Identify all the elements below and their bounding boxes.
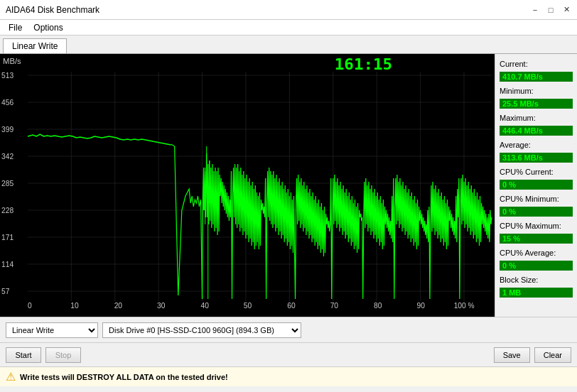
warning-bar: ⚠ Write tests will DESTROY ALL DATA on t… xyxy=(0,366,577,386)
svg-text:20: 20 xyxy=(114,302,123,310)
menu-options[interactable]: Options xyxy=(28,21,68,34)
svg-text:100 %: 100 % xyxy=(454,302,475,310)
svg-text:30: 30 xyxy=(157,302,166,310)
title-bar: AIDA64 Disk Benchmark − □ ✕ xyxy=(0,0,577,20)
start-button[interactable]: Start xyxy=(6,347,41,363)
minimum-value: 25.5 MB/s xyxy=(500,99,573,109)
window-title: AIDA64 Disk Benchmark xyxy=(6,5,99,15)
minimum-label: Minimum: xyxy=(500,87,573,95)
window-controls: − □ ✕ xyxy=(530,5,571,15)
cpu-maximum-value: 15 % xyxy=(500,234,573,244)
block-size-label: Block Size: xyxy=(500,276,573,284)
svg-text:342: 342 xyxy=(1,153,14,160)
svg-text:MB/s: MB/s xyxy=(3,57,21,65)
tab-linear-write[interactable]: Linear Write xyxy=(3,38,67,53)
svg-text:10: 10 xyxy=(70,302,79,310)
maximum-value: 446.4 MB/s xyxy=(500,126,573,136)
clear-button[interactable]: Clear xyxy=(534,347,571,363)
cpu-minimum-value: 0 % xyxy=(500,207,573,217)
menu-file[interactable]: File xyxy=(3,21,28,34)
benchmark-chart: MB/s 513 456 399 342 285 228 171 114 57 … xyxy=(0,54,495,317)
svg-text:57: 57 xyxy=(1,288,10,295)
tab-bar: Linear Write xyxy=(0,36,577,54)
minimize-button[interactable]: − xyxy=(530,5,540,15)
close-button[interactable]: ✕ xyxy=(561,5,571,15)
current-value: 410.7 MB/s xyxy=(500,72,573,82)
svg-text:60: 60 xyxy=(287,302,296,310)
cpu-minimum-label: CPU% Minimum: xyxy=(500,195,573,203)
svg-text:456: 456 xyxy=(1,99,14,107)
warning-text: Write tests will DESTROY ALL DATA on the… xyxy=(20,373,228,381)
stop-button[interactable]: Stop xyxy=(45,347,81,363)
stats-panel: Current: 410.7 MB/s Minimum: 25.5 MB/s M… xyxy=(495,54,577,317)
svg-text:161:15: 161:15 xyxy=(335,55,392,73)
maximize-button[interactable]: □ xyxy=(546,5,556,15)
svg-text:90: 90 xyxy=(416,302,425,310)
svg-text:50: 50 xyxy=(244,302,252,310)
warning-icon: ⚠ xyxy=(6,370,16,383)
svg-text:40: 40 xyxy=(200,302,209,310)
block-size-value: 1 MB xyxy=(500,288,573,298)
cpu-current-label: CPU% Current: xyxy=(500,168,573,176)
svg-text:114: 114 xyxy=(1,261,14,268)
svg-text:70: 70 xyxy=(330,302,339,310)
action-row: Start Stop Save Clear xyxy=(0,342,577,366)
bottom-controls: Linear Write Disk Drive #0 [HS-SSD-C100 … xyxy=(0,317,577,342)
cpu-average-value: 0 % xyxy=(500,261,573,271)
svg-text:80: 80 xyxy=(374,302,382,310)
svg-text:399: 399 xyxy=(1,126,14,134)
svg-text:228: 228 xyxy=(1,207,14,214)
svg-text:171: 171 xyxy=(1,234,14,241)
average-value: 313.6 MB/s xyxy=(500,153,573,163)
maximum-label: Maximum: xyxy=(500,114,573,122)
svg-text:0: 0 xyxy=(28,302,32,310)
current-label: Current: xyxy=(500,60,573,68)
cpu-average-label: CPU% Average: xyxy=(500,249,573,257)
average-label: Average: xyxy=(500,141,573,149)
save-button[interactable]: Save xyxy=(494,347,530,363)
test-select[interactable]: Linear Write xyxy=(6,322,98,338)
cpu-current-value: 0 % xyxy=(500,180,573,190)
drive-select[interactable]: Disk Drive #0 [HS-SSD-C100 960G] (894.3 … xyxy=(102,322,301,338)
main-content: MB/s 513 456 399 342 285 228 171 114 57 … xyxy=(0,54,577,317)
chart-area: MB/s 513 456 399 342 285 228 171 114 57 … xyxy=(0,54,495,317)
svg-text:285: 285 xyxy=(1,180,14,187)
menu-bar: File Options xyxy=(0,20,577,36)
cpu-maximum-label: CPU% Maximum: xyxy=(500,222,573,230)
svg-text:513: 513 xyxy=(1,72,14,80)
